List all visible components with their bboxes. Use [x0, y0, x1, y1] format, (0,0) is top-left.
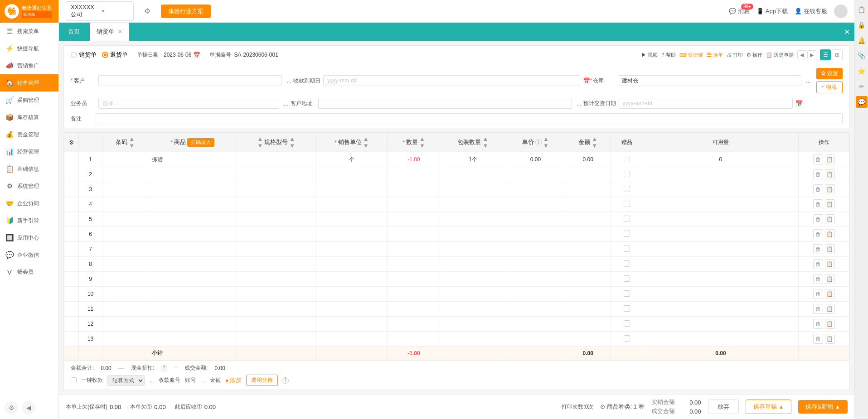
copy-row-btn[interactable]: 📋: [825, 289, 835, 299]
copy-row-btn[interactable]: 📋: [825, 229, 835, 239]
delete-row-btn[interactable]: 🗑: [813, 334, 823, 344]
sidebar-item-operations[interactable]: 📊经营管理: [0, 143, 58, 160]
rp-star-icon[interactable]: ⭐: [856, 65, 868, 77]
sidebar-item-member[interactable]: V畅会员: [0, 264, 58, 280]
nav-next[interactable]: ▶: [807, 50, 816, 59]
delete-row-btn[interactable]: 🗑: [813, 319, 823, 329]
gift-checkbox[interactable]: [624, 216, 630, 222]
scan-btn[interactable]: 扫码录入: [187, 138, 214, 147]
toolbar-print[interactable]: 🖨 打印: [727, 52, 743, 58]
sidebar-item-finance[interactable]: 💰资金管理: [0, 126, 58, 143]
tab-home[interactable]: 首页: [59, 23, 89, 41]
delete-row-btn[interactable]: 🗑: [813, 274, 823, 284]
unit-price-info-icon[interactable]: i: [535, 139, 542, 145]
view-grid-btn[interactable]: ⊞: [832, 49, 843, 60]
fee-split-btn[interactable]: 费用分摊: [246, 375, 278, 386]
toolbar-video[interactable]: ▶ 视频: [641, 52, 658, 58]
copy-row-btn[interactable]: 📋: [825, 184, 835, 194]
delete-row-btn[interactable]: 🗑: [813, 214, 823, 224]
sidebar-item-sales[interactable]: 🏠销售管理: [0, 74, 58, 92]
settings-col-icon[interactable]: ⚙: [69, 139, 74, 146]
sidebar-item-purchase[interactable]: 🛒采购管理: [0, 92, 58, 109]
gift-checkbox[interactable]: [624, 186, 630, 192]
toolbar-help[interactable]: ? 帮助: [662, 52, 676, 58]
settings-btn[interactable]: ⚙ 设置: [816, 68, 843, 79]
customer-input[interactable]: [98, 75, 282, 86]
delete-row-btn[interactable]: 🗑: [813, 304, 823, 314]
toolbar-select[interactable]: ☰ 选单: [707, 52, 723, 58]
sidebar-item-quick-nav[interactable]: ⚡快捷导航: [0, 40, 58, 57]
sidebar-item-wechat[interactable]: 💬企业微信: [0, 246, 58, 264]
gift-checkbox[interactable]: [624, 290, 630, 297]
one-click-checkbox[interactable]: [71, 377, 77, 383]
gift-checkbox[interactable]: [624, 260, 630, 267]
copy-row-btn[interactable]: 📋: [825, 169, 835, 179]
rp-chat-icon[interactable]: 💬: [856, 96, 868, 108]
delete-row-btn[interactable]: 🗑: [813, 289, 823, 299]
save-new-btn[interactable]: 保存&新增 ▲: [798, 400, 848, 414]
salesperson-dots[interactable]: ...: [282, 100, 291, 107]
tab-sales-order[interactable]: 销货单 ✕: [90, 23, 129, 41]
expected-date-input[interactable]: [619, 98, 793, 109]
rp-edit-icon[interactable]: ✏: [856, 81, 868, 92]
view-list-btn[interactable]: ☰: [820, 49, 831, 60]
salesperson-input[interactable]: [98, 98, 279, 109]
delete-row-btn[interactable]: 🗑: [813, 169, 823, 179]
save-draft-btn[interactable]: 保存草稿 ▲: [746, 400, 792, 414]
expected-date-calendar-icon[interactable]: 📅: [795, 100, 803, 107]
copy-row-btn[interactable]: 📋: [825, 304, 835, 314]
delete-row-btn[interactable]: 🗑: [813, 184, 823, 194]
toolbar-history[interactable]: 📋 历史单据: [766, 52, 794, 58]
gift-checkbox[interactable]: [624, 171, 630, 177]
radio-return[interactable]: 退货单: [102, 51, 128, 59]
close-all-tabs-icon[interactable]: ✕: [844, 28, 850, 36]
customer-dots[interactable]: ...: [285, 77, 293, 84]
tab-close-icon[interactable]: ✕: [118, 29, 122, 35]
gift-checkbox[interactable]: [624, 246, 630, 252]
gift-checkbox[interactable]: [624, 156, 630, 162]
receipt-date-calendar-icon[interactable]: 📅: [583, 77, 590, 84]
copy-row-btn[interactable]: 📋: [825, 244, 835, 254]
rp-attachment-icon[interactable]: 📎: [856, 50, 868, 62]
copy-row-btn[interactable]: 📋: [825, 154, 835, 164]
toolbar-operate[interactable]: ⚙ 操作: [747, 52, 762, 58]
notes-input[interactable]: [96, 113, 843, 124]
gift-checkbox[interactable]: [624, 201, 630, 207]
account-dots[interactable]: ...: [200, 377, 205, 384]
receipt-date-input[interactable]: [323, 75, 580, 86]
nav-prev[interactable]: ◀: [797, 50, 806, 59]
sidebar-item-inventory[interactable]: 📦库存核算: [0, 109, 58, 126]
radio-sales[interactable]: 销货单: [71, 51, 97, 59]
gift-checkbox[interactable]: [624, 335, 630, 342]
user-avatar[interactable]: [834, 5, 848, 18]
settings-bottom-icon[interactable]: ⚙: [5, 401, 18, 414]
logistics-btn[interactable]: + 物流: [816, 81, 843, 93]
sidebar-item-marketing[interactable]: 📣营销推广: [0, 57, 58, 74]
gift-checkbox[interactable]: [624, 305, 630, 312]
message-button[interactable]: 💬 消息 99+: [729, 7, 750, 15]
discount-help-icon[interactable]: ?: [161, 365, 167, 371]
settlement-method-select[interactable]: 结算方式: [107, 375, 145, 386]
company-selector[interactable]: XXXXXX公司 ▼: [66, 1, 134, 21]
copy-row-btn[interactable]: 📋: [825, 199, 835, 209]
warehouse-dots[interactable]: ...: [804, 77, 813, 84]
sidebar-item-system[interactable]: ⚙系统管理: [0, 178, 58, 195]
add-payment-btn[interactable]: ● 添加: [225, 376, 242, 385]
abandon-btn[interactable]: 放弃: [708, 400, 739, 414]
customer-addr-dots[interactable]: ...: [575, 100, 583, 107]
date-calendar-icon[interactable]: 📅: [193, 52, 200, 58]
delete-row-btn[interactable]: 🗑: [813, 244, 823, 254]
trial-button[interactable]: 体验行业方案: [161, 5, 211, 18]
online-service-button[interactable]: 👤 在线客服: [795, 7, 827, 15]
copy-row-btn[interactable]: 📋: [825, 259, 835, 269]
customer-addr-input[interactable]: [318, 98, 572, 109]
delete-row-btn[interactable]: 🗑: [813, 229, 823, 239]
copy-row-btn[interactable]: 📋: [825, 274, 835, 284]
app-download-button[interactable]: 📱 App下载: [756, 7, 788, 15]
sidebar-item-search[interactable]: ☰搜索菜单: [0, 23, 58, 40]
delete-row-btn[interactable]: 🗑: [813, 199, 823, 209]
warehouse-input[interactable]: [618, 75, 801, 86]
gift-checkbox[interactable]: [624, 275, 630, 282]
sidebar-item-enterprise[interactable]: 🤝企业协同: [0, 195, 58, 212]
delete-row-btn[interactable]: 🗑: [813, 154, 823, 164]
